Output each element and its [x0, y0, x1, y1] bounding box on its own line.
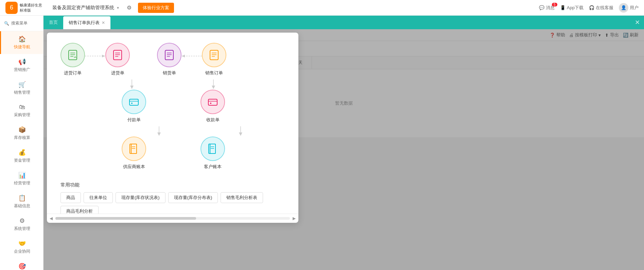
flow-node-sales-bill[interactable]: 销货单 — [157, 43, 181, 76]
sidebar-item-operations[interactable]: 📊 经营管理 — [0, 167, 43, 190]
svg-point-29 — [210, 103, 211, 104]
flow-label-purchase-order: 进货订单 — [64, 70, 82, 76]
sidebar-menu: 🏠 快捷导航 📢 营销推广 🛒 销售管理 🛍 采购管理 📦 库存核 — [0, 31, 43, 270]
svg-rect-27 — [208, 99, 217, 105]
close-all-tabs-button[interactable]: ✕ — [631, 19, 644, 26]
flow-node-purchase-bill[interactable]: 进货单 — [105, 43, 130, 76]
common-functions-section: 常用功能 商品 往来单位 现存量(库存状况表) 现存量(库存分布表) 销售毛利分… — [60, 182, 285, 214]
svg-rect-35 — [131, 144, 137, 154]
scrollbar-thumb[interactable] — [55, 217, 196, 220]
flow-label-sales-order: 销售订单 — [205, 70, 223, 76]
flow-label-supplier-account: 供应商账本 — [123, 164, 145, 170]
svg-rect-10 — [165, 50, 173, 60]
download-icon: 📱 — [560, 5, 565, 10]
svg-rect-16 — [210, 50, 218, 60]
app-logo: 6 — [5, 2, 18, 14]
online-service-button[interactable]: 🎧 在线客服 — [589, 5, 613, 11]
purchase-icon: 🛍 — [19, 104, 25, 111]
svg-marker-15 — [181, 55, 185, 57]
message-badge: 5 — [552, 3, 557, 6]
common-func-title: 常用功能 — [60, 182, 285, 188]
sidebar-item-sales[interactable]: 🛒 销售管理 — [0, 77, 43, 100]
sidebar-item-enterprise[interactable]: 🤝 企业协同 — [0, 236, 43, 258]
user-avatar: 👤 — [619, 3, 628, 13]
func-btn-stock-dist[interactable]: 现存量(库存分布表) — [168, 192, 218, 203]
marketing-icon: 📢 — [18, 58, 26, 66]
flow-node-payment-bill[interactable]: 付款单 — [122, 90, 146, 123]
func-btn-sales-gross[interactable]: 销售毛利分析表 — [221, 192, 263, 203]
svg-marker-5 — [102, 55, 105, 57]
flow-node-sales-order[interactable]: 销售订单 — [202, 43, 226, 76]
svg-marker-31 — [157, 132, 161, 136]
logo-text: 畅康通好生意 标准版 — [20, 3, 42, 13]
sidebar-item-newbie[interactable]: 🎯 新手引导 — [0, 258, 43, 270]
sidebar-item-finance[interactable]: 💰 资金管理 — [0, 145, 43, 167]
finance-icon: 💰 — [18, 149, 26, 156]
basic-info-icon: 📋 — [18, 194, 26, 202]
svg-rect-39 — [210, 144, 215, 154]
system-title: 装备及固定资产辅助管理系统 — [52, 5, 114, 11]
quick-nav-popup: 进货订单 — [47, 33, 298, 223]
scroll-right-arrow[interactable]: ▶ — [293, 216, 296, 221]
tab-sales-order-exec[interactable]: 销售订单执行表 ✕ — [63, 16, 110, 29]
sidebar-item-purchase[interactable]: 🛍 采购管理 — [0, 100, 43, 122]
system-icon: ⚙ — [19, 217, 25, 224]
svg-rect-24 — [129, 99, 138, 105]
popup-overlay: 进货订单 — [43, 29, 644, 270]
settings-icon[interactable]: ⚙ — [124, 3, 134, 13]
flow-node-customer-account[interactable]: 客户账本 — [201, 137, 225, 170]
message-button[interactable]: 💬 消息 5 — [539, 5, 555, 11]
home-icon: 🏠 — [18, 35, 26, 43]
title-dropdown-arrow[interactable]: ▾ — [117, 5, 119, 10]
func-btn-product-gross[interactable]: 商品毛利分析 — [60, 206, 99, 214]
app-download-button[interactable]: 📱 App下载 — [560, 5, 584, 11]
flow-label-receipt-bill: 收款单 — [206, 117, 220, 123]
func-buttons-container: 商品 往来单位 现存量(库存状况表) 现存量(库存分布表) 销售毛利分析表 商品… — [60, 192, 285, 214]
popup-scrollbar[interactable]: ◀ ▶ — [47, 214, 298, 223]
scroll-left-arrow[interactable]: ◀ — [50, 216, 53, 221]
search-icon: 🔍 — [4, 21, 9, 26]
sidebar-item-quick-nav[interactable]: 🏠 快捷导航 — [0, 31, 43, 54]
svg-point-26 — [131, 103, 133, 104]
flow-label-purchase-bill: 进货单 — [111, 70, 124, 76]
svg-rect-0 — [69, 50, 77, 60]
flow-node-purchase-order[interactable]: 进货订单 — [60, 43, 85, 76]
sales-icon: 🛒 — [18, 81, 26, 88]
tab-close-icon[interactable]: ✕ — [102, 20, 105, 25]
scrollbar-track[interactable] — [55, 217, 290, 220]
svg-rect-6 — [114, 50, 122, 60]
svg-marker-33 — [239, 132, 242, 136]
tab-home[interactable]: 首页 — [43, 16, 63, 29]
flow-node-supplier-account[interactable]: 供应商账本 — [122, 137, 146, 170]
user-menu[interactable]: 👤 用户 — [619, 3, 639, 13]
sidebar-item-basic-info[interactable]: 📋 基础信息 — [0, 190, 43, 213]
newbie-icon: 🎯 — [18, 263, 26, 270]
sidebar-item-system[interactable]: ⚙ 系统管理 — [0, 213, 43, 236]
svg-marker-23 — [212, 86, 215, 89]
svg-marker-21 — [130, 86, 134, 89]
flow-label-sales-bill: 销货单 — [163, 70, 176, 76]
operations-icon: 📊 — [18, 172, 26, 179]
flow-label-payment-bill: 付款单 — [127, 117, 141, 123]
message-icon: 💬 — [539, 5, 544, 10]
func-btn-product[interactable]: 商品 — [60, 192, 81, 203]
service-icon: 🎧 — [589, 5, 594, 10]
sidebar-item-marketing[interactable]: 📢 营销推广 — [0, 54, 43, 77]
flow-node-receipt-bill[interactable]: 收款单 — [201, 90, 225, 123]
sidebar-item-inventory[interactable]: 📦 库存核算 — [0, 122, 43, 145]
inventory-icon: 📦 — [18, 126, 26, 133]
search-menu-area[interactable]: 🔍 搜索菜单 — [0, 16, 43, 31]
func-btn-counterpart[interactable]: 往来单位 — [84, 192, 113, 203]
trial-button[interactable]: 体验行业方案 — [138, 3, 174, 13]
enterprise-icon: 🤝 — [18, 240, 26, 247]
func-btn-stock-status[interactable]: 现存量(库存状况表) — [116, 192, 166, 203]
flow-label-customer-account: 客户账本 — [204, 164, 222, 170]
